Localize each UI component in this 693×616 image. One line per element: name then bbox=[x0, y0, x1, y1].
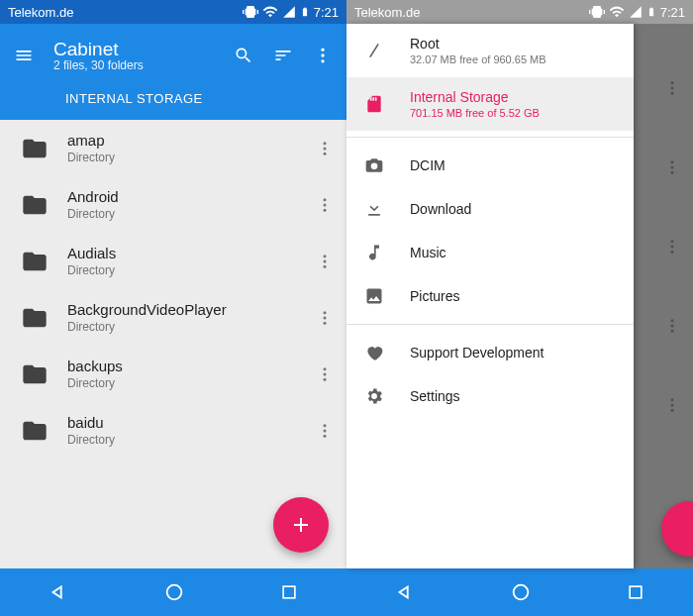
svg-point-9 bbox=[324, 255, 327, 257]
menu-icon[interactable] bbox=[14, 46, 34, 65]
drawer-item[interactable]: Support Development bbox=[346, 331, 634, 374]
drawer-item-title: Support Development bbox=[410, 345, 618, 360]
drawer-item-title: DCIM bbox=[410, 157, 618, 173]
slash-icon bbox=[362, 41, 386, 60]
item-body: AudialsDirectory bbox=[53, 245, 313, 277]
list-item[interactable]: backupsDirectory bbox=[0, 346, 346, 402]
item-subtitle: Directory bbox=[67, 151, 313, 164]
item-title: Android bbox=[67, 188, 313, 205]
item-body: amapDirectory bbox=[53, 132, 313, 164]
folder-icon bbox=[16, 304, 53, 332]
folder-icon bbox=[16, 135, 53, 162]
section-header: INTERNAL STORAGE bbox=[14, 77, 333, 120]
item-title: BackgroundVideoPlayer bbox=[67, 301, 313, 318]
item-body: BackgroundVideoPlayerDirectory bbox=[53, 301, 313, 334]
drawer-item[interactable]: Music bbox=[346, 231, 634, 274]
list-item[interactable]: AndroidDirectory bbox=[0, 176, 346, 233]
svg-point-14 bbox=[324, 321, 327, 324]
music-icon bbox=[362, 243, 386, 262]
item-subtitle: Directory bbox=[67, 263, 313, 277]
drawer-item-title: Root bbox=[410, 36, 618, 51]
nav-back-icon[interactable] bbox=[48, 581, 69, 603]
overflow-icon[interactable] bbox=[313, 196, 337, 214]
status-bar: Telekom.de 7:21 bbox=[0, 0, 346, 24]
app-title: Cabinet bbox=[53, 39, 144, 60]
item-title: backups bbox=[67, 358, 313, 374]
item-subtitle: Directory bbox=[67, 376, 313, 390]
drawer-item-title: Download bbox=[410, 201, 618, 217]
drawer-item-body: Settings bbox=[410, 388, 618, 404]
title-block: Cabinet 2 files, 30 folders bbox=[53, 39, 144, 72]
nav-bar bbox=[0, 568, 346, 616]
drawer-item[interactable]: Pictures bbox=[346, 274, 634, 318]
drawer-item-body: Download bbox=[410, 201, 618, 217]
overflow-icon[interactable] bbox=[313, 140, 337, 157]
drawer-item[interactable]: Internal Storage701.15 MB free of 5.52 G… bbox=[346, 77, 634, 131]
vibrate-icon bbox=[589, 4, 605, 20]
overflow-icon[interactable] bbox=[313, 253, 337, 270]
svg-point-16 bbox=[324, 372, 327, 375]
search-icon[interactable] bbox=[234, 46, 253, 65]
status-icons: 7:21 bbox=[589, 4, 685, 20]
item-body: AndroidDirectory bbox=[53, 188, 313, 221]
list-item[interactable]: amapDirectory bbox=[0, 120, 346, 176]
svg-point-19 bbox=[324, 429, 327, 432]
drawer-item-body: DCIM bbox=[410, 157, 618, 173]
drawer-item-body: Root32.07 MB free of 960.65 MB bbox=[410, 36, 618, 65]
svg-point-21 bbox=[167, 585, 182, 600]
image-icon bbox=[362, 286, 386, 306]
svg-point-3 bbox=[324, 142, 327, 145]
drawer-item-body: Internal Storage701.15 MB free of 5.52 G… bbox=[410, 89, 618, 119]
svg-rect-22 bbox=[283, 586, 295, 598]
svg-point-6 bbox=[324, 198, 327, 201]
nav-bar bbox=[346, 568, 693, 616]
sd-icon bbox=[362, 94, 386, 114]
overflow-icon[interactable] bbox=[313, 422, 337, 440]
svg-point-5 bbox=[324, 152, 327, 154]
signal-icon bbox=[629, 5, 643, 19]
nav-recent-icon[interactable] bbox=[626, 582, 645, 602]
svg-point-15 bbox=[324, 367, 327, 370]
sort-icon[interactable] bbox=[273, 46, 293, 65]
list-item[interactable]: AudialsDirectory bbox=[0, 233, 346, 289]
drawer-item-subtitle: 32.07 MB free of 960.65 MB bbox=[410, 53, 618, 65]
clock-label: 7:21 bbox=[660, 5, 685, 20]
item-subtitle: Directory bbox=[67, 207, 313, 221]
drawer-item-title: Pictures bbox=[410, 288, 618, 304]
item-body: backupsDirectory bbox=[53, 358, 313, 390]
svg-point-1 bbox=[321, 53, 324, 56]
carrier-label: Telekom.de bbox=[8, 5, 243, 20]
list-item[interactable]: baiduDirectory bbox=[0, 402, 346, 459]
svg-point-18 bbox=[324, 424, 327, 427]
item-title: amap bbox=[67, 132, 313, 149]
overflow-icon[interactable] bbox=[313, 365, 337, 383]
battery-icon bbox=[646, 4, 656, 20]
nav-home-icon[interactable] bbox=[163, 581, 185, 603]
item-title: Audials bbox=[67, 245, 313, 261]
item-body: baiduDirectory bbox=[53, 414, 313, 447]
nav-home-icon[interactable] bbox=[510, 581, 532, 603]
item-subtitle: Directory bbox=[67, 433, 313, 447]
navigation-drawer: Root32.07 MB free of 960.65 MBInternal S… bbox=[346, 24, 634, 568]
divider bbox=[346, 324, 634, 325]
drawer-item[interactable]: DCIM bbox=[346, 144, 634, 187]
camera-icon bbox=[362, 155, 386, 175]
svg-point-20 bbox=[324, 434, 327, 437]
drawer-item[interactable]: Settings bbox=[346, 374, 634, 418]
list-item[interactable]: BackgroundVideoPlayerDirectory bbox=[0, 289, 346, 346]
svg-point-10 bbox=[324, 259, 327, 262]
svg-point-17 bbox=[324, 377, 327, 380]
nav-recent-icon[interactable] bbox=[279, 582, 299, 602]
overflow-icon[interactable] bbox=[313, 309, 337, 327]
drawer-item[interactable]: Root32.07 MB free of 960.65 MB bbox=[346, 24, 634, 77]
nav-back-icon[interactable] bbox=[394, 581, 416, 603]
wifi-icon bbox=[262, 4, 278, 20]
screenshot-main: Telekom.de 7:21 Cabinet 2 files, 30 fold… bbox=[0, 0, 346, 616]
svg-point-2 bbox=[321, 59, 324, 62]
svg-point-0 bbox=[321, 49, 324, 51]
item-title: baidu bbox=[67, 414, 313, 431]
drawer-item[interactable]: Download bbox=[346, 187, 634, 231]
overflow-icon[interactable] bbox=[313, 46, 333, 65]
drawer-item-title: Settings bbox=[410, 388, 618, 404]
fab-add[interactable] bbox=[273, 497, 329, 553]
